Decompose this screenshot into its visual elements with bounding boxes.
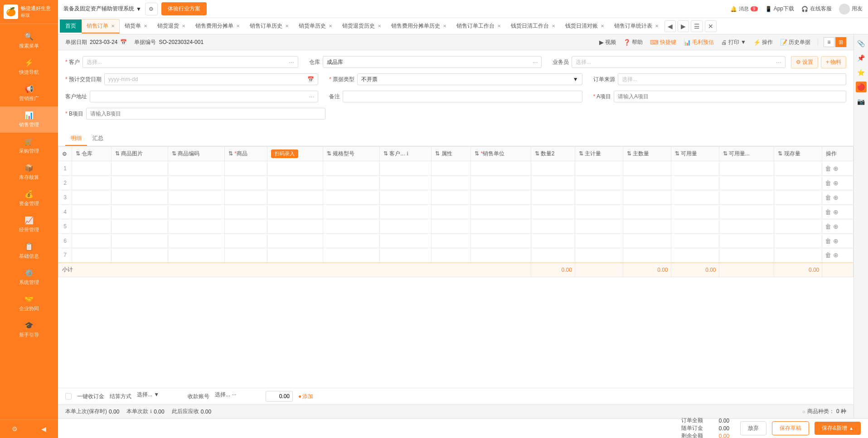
history-btn[interactable]: 📝 历史单据: [778, 38, 812, 47]
row-code[interactable]: [168, 161, 224, 176]
row-attribute[interactable]: [432, 161, 471, 176]
solution-button[interactable]: 体验行业方案: [161, 2, 207, 15]
user-avatar-btn[interactable]: 用友: [839, 4, 863, 14]
sort-icon[interactable]: ⇅: [383, 150, 388, 157]
row-main-qty[interactable]: [623, 161, 671, 176]
sort-icon[interactable]: ⇅: [172, 150, 176, 157]
sidebar-item-sales[interactable]: 📊 销售管理: [0, 106, 58, 133]
tab-close-icon[interactable]: ✕: [329, 24, 332, 29]
row-warehouse[interactable]: [72, 161, 112, 176]
view-video-btn[interactable]: ▶ 视频: [597, 38, 618, 47]
sidebar-item-operations[interactable]: 📈 经营管理: [0, 212, 58, 238]
tab-detail[interactable]: 明细: [65, 132, 87, 146]
tab-close-icon[interactable]: ✕: [497, 24, 501, 29]
row-product[interactable]: [224, 161, 267, 176]
tab-close-icon[interactable]: ✕: [655, 24, 659, 29]
sort-icon[interactable]: ⇅: [627, 150, 631, 157]
tab-home[interactable]: 首页: [60, 19, 82, 33]
sidebar-item-system[interactable]: ⚙️ 系统管理: [0, 264, 58, 290]
delete-row-icon[interactable]: 🗑: [825, 194, 831, 201]
tab-sales-expense[interactable]: 销售费用分摊单 ✕: [190, 19, 245, 33]
tab-expense-history[interactable]: 销售费用分摊单历史 ✕: [386, 19, 451, 33]
sidebar-item-purchase[interactable]: 🛒 采购管理: [0, 133, 58, 159]
tab-invoice-history[interactable]: 销货单历史 ✕: [294, 19, 337, 33]
operate-btn[interactable]: ⚡ 操作: [752, 38, 775, 47]
save-draft-button[interactable]: 保存草稿: [772, 421, 809, 435]
sort-icon[interactable]: ⇅: [76, 150, 80, 157]
copy-row-icon[interactable]: ⊕: [833, 165, 839, 172]
add-payment-btn[interactable]: ● 添加: [298, 393, 313, 400]
calendar-icon[interactable]: 📅: [120, 39, 127, 45]
row-customer-code[interactable]: [379, 161, 431, 176]
help-btn[interactable]: ❓ 帮助: [621, 38, 645, 47]
tab-cash-workbench[interactable]: 钱货日清工作台 ✕: [506, 19, 560, 33]
sort-icon[interactable]: ⇅: [723, 150, 727, 157]
tab-close-icon[interactable]: ✕: [552, 24, 555, 29]
sidebar-item-base[interactable]: 📋 基础信息: [0, 238, 58, 264]
right-panel-attachment-icon[interactable]: 📎: [856, 38, 867, 49]
delivery-date-input[interactable]: yyyy-mm-dd 📅: [104, 73, 318, 85]
sort-icon[interactable]: ⇅: [115, 150, 120, 157]
tab-return-history[interactable]: 销货退货历史 ✕: [337, 19, 386, 33]
invoice-type-select[interactable]: 不开票 ▼: [357, 73, 582, 85]
app-download-btn[interactable]: 📱 App下载: [765, 5, 794, 13]
tab-close-icon[interactable]: ✕: [285, 24, 289, 29]
account-select[interactable]: 选择... ···: [215, 391, 260, 402]
sidebar-collapse-btn[interactable]: ◀: [39, 424, 48, 434]
sort-icon[interactable]: ⇅: [327, 150, 331, 157]
tab-sales-order[interactable]: 销售订单 ✕: [82, 19, 120, 34]
right-panel-star-icon[interactable]: ⭐: [856, 67, 867, 78]
tab-prev-btn[interactable]: ◀: [664, 20, 676, 32]
save-new-button[interactable]: 保存&新增 ▲: [815, 422, 861, 435]
delete-row-icon[interactable]: 🗑: [825, 165, 831, 172]
sort-icon[interactable]: ⇅: [228, 150, 233, 157]
a-project-input[interactable]: [614, 91, 846, 102]
delete-row-icon[interactable]: 🗑: [825, 237, 831, 245]
copy-row-icon[interactable]: ⊕: [833, 237, 839, 245]
topbar-settings-btn[interactable]: ⚙: [145, 3, 158, 15]
tab-close-icon[interactable]: ✕: [378, 24, 381, 29]
list-view-btn[interactable]: ≡: [824, 37, 834, 47]
sort-icon[interactable]: ⇅: [475, 150, 479, 157]
right-panel-alert-icon[interactable]: 🔴: [856, 82, 867, 92]
discard-button[interactable]: 放弃: [740, 421, 766, 435]
print-btn[interactable]: 🖨 打印 ▼: [719, 38, 748, 47]
warehouse-input[interactable]: 成品库 ···: [323, 56, 542, 68]
payment-method-select[interactable]: 选择... ▼: [137, 391, 182, 402]
staff-input[interactable]: 选择... ···: [572, 56, 786, 68]
scan-btn[interactable]: 扫码录入: [271, 149, 298, 158]
tab-cash-reconcile[interactable]: 钱货日清对账 ✕: [560, 19, 609, 33]
tab-sales-return[interactable]: 销货退货 ✕: [152, 19, 190, 33]
right-panel-bookmark-icon[interactable]: 📌: [856, 53, 867, 63]
row-available[interactable]: [671, 161, 719, 176]
delete-row-icon[interactable]: 🗑: [825, 251, 831, 259]
sort-icon[interactable]: ⇅: [675, 150, 679, 157]
tab-sales-invoice[interactable]: 销货单 ✕: [120, 19, 152, 33]
row-available2[interactable]: [719, 161, 774, 176]
sidebar-item-guide[interactable]: 🎓 新手引导: [0, 317, 58, 343]
sort-icon[interactable]: ⇅: [579, 150, 583, 157]
tab-list-btn[interactable]: ☰: [691, 20, 703, 32]
row-stock[interactable]: [774, 161, 822, 176]
sort-icon[interactable]: ⇅: [435, 150, 440, 157]
sort-icon[interactable]: ⇅: [778, 150, 782, 157]
copy-row-icon[interactable]: ⊕: [833, 251, 839, 259]
tab-close-all-btn[interactable]: ✕: [705, 20, 717, 32]
sidebar-item-inventory[interactable]: 📦 库存核算: [0, 159, 58, 185]
delete-row-icon[interactable]: 🗑: [825, 223, 831, 230]
tab-sales-order-history[interactable]: 销售订单历史 ✕: [245, 19, 294, 33]
row-spec[interactable]: [323, 161, 379, 176]
copy-row-icon[interactable]: ⊕: [833, 179, 839, 187]
b-project-input[interactable]: [86, 108, 325, 120]
copy-row-icon[interactable]: ⊕: [833, 223, 839, 230]
sidebar-item-marketing[interactable]: 📢 营销推广: [0, 80, 58, 106]
sidebar-item-quicknav[interactable]: ⚡ 快捷导航: [0, 54, 58, 80]
tab-close-icon[interactable]: ✕: [236, 24, 240, 29]
tab-close-icon[interactable]: ✕: [144, 24, 147, 29]
row-unit[interactable]: [471, 161, 531, 176]
tab-close-icon[interactable]: ✕: [111, 24, 115, 29]
delete-row-icon[interactable]: 🗑: [825, 179, 831, 187]
sidebar-item-search[interactable]: 🔍 搜索菜单: [0, 28, 58, 54]
copy-row-icon[interactable]: ⊕: [833, 194, 839, 201]
order-source-input[interactable]: 选择...: [618, 73, 846, 85]
